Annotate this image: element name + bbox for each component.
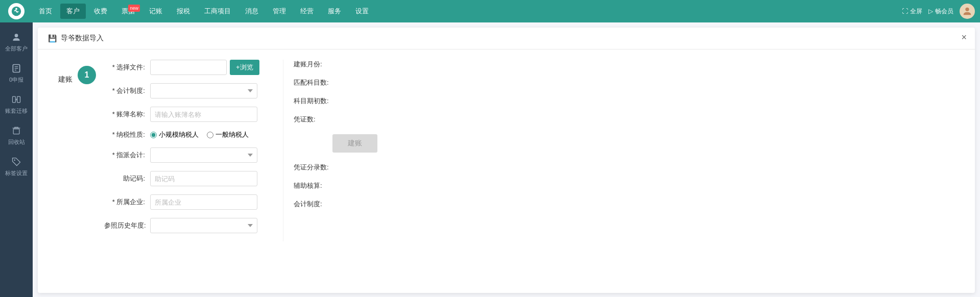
- dialog-title: 导爷数据导入: [61, 34, 104, 43]
- step-label: 建账: [58, 75, 73, 84]
- nav-item-bookkeeping[interactable]: 记账: [143, 4, 169, 19]
- step-circle: 1: [78, 66, 96, 84]
- info-section: 建账月份: 匹配科目数: 科目期初数: 凭证数:: [283, 60, 416, 241]
- tag-icon: [11, 156, 22, 167]
- nav-item-manage[interactable]: 管理: [267, 4, 292, 19]
- form-row-tax-type: * 纳税性质: 小规模纳税人 一般纳税人: [104, 130, 273, 139]
- radio-group-tax: 小规模纳税人 一般纳税人: [150, 130, 249, 139]
- migrate-icon: [11, 94, 22, 105]
- trash-icon: [11, 125, 22, 136]
- info-row-voucher-entries: 凭证分录数:: [294, 163, 416, 172]
- main-content: 💾 导爷数据导入 × 建账 1 *: [33, 22, 980, 297]
- voucher-entries-label: 凭证分录数:: [294, 163, 340, 172]
- ledger-name-input[interactable]: [150, 107, 257, 122]
- svg-point-1: [15, 8, 17, 10]
- nav-item-customers[interactable]: 客户: [60, 4, 86, 19]
- info-row-accounting-system-right: 会计制度:: [294, 200, 416, 209]
- voucher-count-label: 凭证数:: [294, 115, 340, 124]
- close-button[interactable]: ×: [961, 33, 967, 42]
- svg-point-3: [15, 34, 18, 37]
- nav-item-tax[interactable]: 报税: [171, 4, 196, 19]
- company-label: * 所属企业:: [104, 197, 145, 207]
- nav-item-service[interactable]: 服务: [322, 4, 347, 19]
- nav-right: ⛶ 全屏 ▷ 畅会员: [902, 4, 975, 19]
- accountant-label: * 指派会计:: [104, 151, 145, 160]
- form-row-file: * 选择文件: +浏览: [104, 60, 273, 75]
- browse-button[interactable]: +浏览: [230, 60, 259, 75]
- accounting-system-right-label: 会计制度:: [294, 200, 340, 209]
- nav-item-home[interactable]: 首页: [33, 4, 58, 19]
- memo-label: 助记码:: [104, 174, 145, 183]
- memo-input[interactable]: [150, 171, 257, 186]
- report-icon: [11, 63, 22, 74]
- nav-item-business[interactable]: 工商项目: [198, 4, 237, 19]
- new-badge: new: [128, 5, 140, 12]
- match-subjects-label: 匹配科目数:: [294, 78, 340, 87]
- fullscreen-icon: ⛶: [902, 8, 908, 15]
- accountant-select[interactable]: [150, 147, 257, 163]
- person-icon: [11, 32, 22, 43]
- ledger-name-label: * 账簿名称:: [104, 110, 145, 119]
- logo-icon: [8, 3, 25, 19]
- avatar[interactable]: [960, 4, 975, 19]
- tax-type-label: * 纳税性质:: [104, 130, 145, 139]
- form-row-accounting-system: * 会计制度:: [104, 83, 273, 98]
- initial-count-label: 科目期初数:: [294, 96, 340, 106]
- build-month-label: 建账月份:: [294, 60, 340, 69]
- radio-small-taxpayer[interactable]: 小规模纳税人: [150, 130, 199, 139]
- top-nav: 首页 客户 收费 票据 new 记账 报税 工商项目 消息 管理 经营 服务 设…: [0, 0, 980, 22]
- logo[interactable]: [5, 0, 28, 22]
- import-icon: 💾: [48, 34, 57, 42]
- accounting-system-label: * 会计制度:: [104, 86, 145, 95]
- info-row-aux-accounting: 辅助核算:: [294, 181, 416, 190]
- nav-items: 首页 客户 收费 票据 new 记账 报税 工商项目 消息 管理 经营 服务 设…: [33, 4, 902, 19]
- sidebar-item-trash[interactable]: 回收站: [0, 121, 33, 150]
- svg-point-12: [14, 159, 15, 161]
- company-input[interactable]: [150, 194, 257, 210]
- vip-button[interactable]: ▷ 畅会员: [928, 7, 953, 16]
- form-row-accountant: * 指派会计:: [104, 147, 273, 163]
- nav-item-operations[interactable]: 经营: [294, 4, 320, 19]
- form-row-memo: 助记码:: [104, 171, 273, 186]
- sidebar-item-tags[interactable]: 标签设置: [0, 152, 33, 181]
- form-section: * 选择文件: +浏览 * 会计制度:: [104, 60, 273, 241]
- form-row-history-year: 参照历史年度:: [104, 218, 273, 233]
- aux-accounting-label: 辅助核算:: [294, 181, 340, 190]
- file-input[interactable]: [150, 60, 227, 75]
- nav-item-fees[interactable]: 收费: [88, 4, 113, 19]
- layout: 全部客户 0申报 账套迁移 回收站 标签设置: [0, 22, 980, 297]
- svg-rect-8: [13, 96, 16, 103]
- dialog-body: 建账 1 * 选择文件: +浏览: [38, 50, 975, 252]
- info-row-match-subjects: 匹配科目数:: [294, 78, 416, 87]
- sidebar-item-migrate[interactable]: 账套迁移: [0, 90, 33, 119]
- history-year-label: 参照历史年度:: [104, 221, 145, 230]
- file-label: * 选择文件:: [104, 63, 145, 72]
- svg-point-2: [965, 8, 969, 11]
- form-row-ledger-name: * 账簿名称:: [104, 107, 273, 122]
- nav-item-settings[interactable]: 设置: [349, 4, 375, 19]
- step-section: 建账 1 * 选择文件: +浏览: [58, 60, 273, 241]
- nav-item-invoices[interactable]: 票据 new: [115, 4, 141, 19]
- nav-item-messages[interactable]: 消息: [239, 4, 265, 19]
- file-input-group: +浏览: [150, 60, 259, 75]
- sidebar-item-all-customers[interactable]: 全部客户: [0, 28, 33, 57]
- form-row-company: * 所属企业:: [104, 194, 273, 210]
- svg-rect-11: [13, 129, 19, 134]
- create-account-button[interactable]: 建账: [332, 134, 377, 153]
- radio-general-taxpayer[interactable]: 一般纳税人: [207, 130, 249, 139]
- sidebar-item-zero-report[interactable]: 0申报: [0, 59, 33, 88]
- history-year-select[interactable]: [150, 218, 257, 233]
- sidebar: 全部客户 0申报 账套迁移 回收站 标签设置: [0, 22, 33, 297]
- info-row-initial-count: 科目期初数:: [294, 96, 416, 106]
- info-row-voucher-count: 凭证数:: [294, 115, 416, 124]
- fullscreen-button[interactable]: ⛶ 全屏: [902, 7, 922, 16]
- dialog-card: 💾 导爷数据导入 × 建账 1 *: [38, 28, 975, 293]
- play-icon: ▷: [928, 8, 933, 15]
- accounting-system-select[interactable]: [150, 83, 257, 98]
- dialog-header: 💾 导爷数据导入 ×: [38, 28, 975, 50]
- info-row-build-month: 建账月份:: [294, 60, 416, 69]
